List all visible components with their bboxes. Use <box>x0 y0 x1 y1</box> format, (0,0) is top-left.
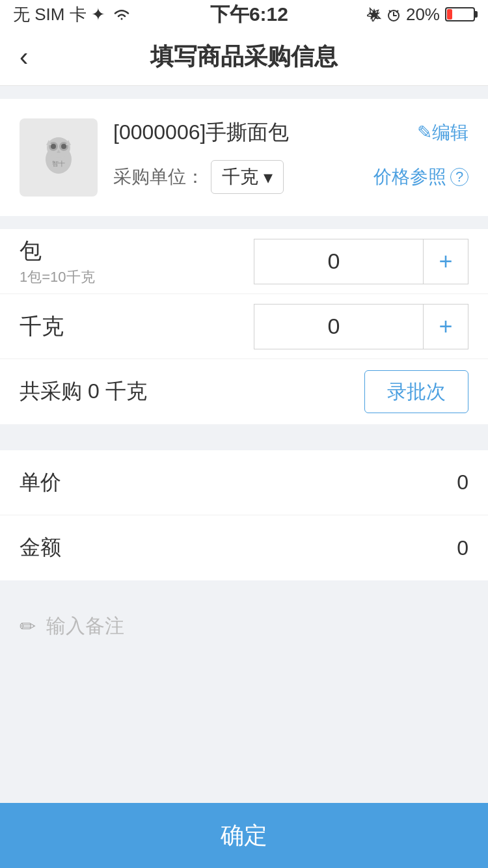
unit-price-label: 单价 <box>20 468 61 497</box>
kg-input-row: 千克 + <box>0 294 488 359</box>
sim-status: 无 SIM 卡 ✦ <box>13 3 105 26</box>
product-logo: 智十 <box>36 132 81 183</box>
section-divider-2 <box>0 424 488 437</box>
svg-point-9 <box>51 144 56 149</box>
section-divider-1 <box>0 216 488 229</box>
product-image: 智十 <box>20 118 98 197</box>
amount-row: 金额 0 <box>0 515 488 580</box>
bag-plus-button[interactable]: + <box>423 239 468 284</box>
bag-quantity-input[interactable] <box>254 239 423 284</box>
kg-plus-button[interactable]: + <box>423 304 468 349</box>
battery-icon <box>445 7 475 21</box>
alarm-icon <box>386 7 401 21</box>
bag-label-group: 包 1包=10千克 <box>20 236 98 287</box>
pencil-icon: ✏ <box>20 615 36 638</box>
unit-label: 采购单位： <box>113 165 204 189</box>
page-title: 填写商品采购信息 <box>150 41 338 73</box>
remark-placeholder: 输入备注 <box>46 613 124 640</box>
product-name-row: [0000006]手撕面包 ✎编辑 <box>113 118 468 147</box>
nav-bar: ‹ 填写商品采购信息 <box>0 29 488 86</box>
amount-label: 金额 <box>20 534 61 562</box>
bag-sublabel: 1包=10千克 <box>20 267 98 287</box>
batch-button[interactable]: 录批次 <box>364 370 468 413</box>
amount-value: 0 <box>457 536 468 560</box>
bag-input-row: 包 1包=10千克 + <box>0 229 488 294</box>
price-reference-button[interactable]: 价格参照 ? <box>373 165 468 189</box>
back-button[interactable]: ‹ <box>20 42 28 72</box>
confirm-button[interactable]: 确定 <box>0 803 488 868</box>
price-section: 单价 0 金额 0 <box>0 450 488 580</box>
battery-percent: 20% <box>406 5 440 25</box>
unit-arrow: ▾ <box>264 167 273 188</box>
product-card: 智十 [0000006]手撕面包 ✎编辑 采购单位： 千克 ▾ 价格参照 ? <box>0 99 488 216</box>
product-name: [0000006]手撕面包 <box>113 118 289 147</box>
unit-price-row: 单价 0 <box>0 450 488 515</box>
status-bar: 无 SIM 卡 ✦ 下午6:12 20% <box>0 0 488 29</box>
unit-value: 千克 <box>222 165 258 189</box>
kg-label: 千克 <box>20 312 98 342</box>
summary-text: 共采购 0 千克 <box>20 377 147 406</box>
price-ref-label: 价格参照 <box>373 165 446 189</box>
wifi-icon <box>112 7 131 21</box>
kg-input-right: + <box>98 304 468 349</box>
unit-select[interactable]: 千克 ▾ <box>211 160 284 194</box>
price-ref-help-icon: ? <box>450 168 468 186</box>
edit-button[interactable]: ✎编辑 <box>417 120 468 145</box>
summary-row: 共采购 0 千克 录批次 <box>0 359 488 424</box>
product-info: [0000006]手撕面包 ✎编辑 采购单位： 千克 ▾ 价格参照 ? <box>113 118 468 194</box>
svg-point-10 <box>61 144 66 149</box>
svg-text:智十: 智十 <box>52 160 65 167</box>
status-left: 无 SIM 卡 ✦ <box>13 3 131 26</box>
unit-price-value: 0 <box>457 470 468 495</box>
bag-label: 包 <box>20 236 98 266</box>
location-icon <box>367 7 381 21</box>
kg-quantity-input[interactable] <box>254 304 423 349</box>
kg-label-group: 千克 <box>20 312 98 342</box>
status-time: 下午6:12 <box>210 1 288 28</box>
purchase-unit-row: 采购单位： 千克 ▾ 价格参照 ? <box>113 160 468 194</box>
status-right: 20% <box>367 5 475 25</box>
remark-section[interactable]: ✏ 输入备注 <box>0 593 488 659</box>
bag-input-right: + <box>98 239 468 284</box>
quantity-input-section: 包 1包=10千克 + 千克 + <box>0 229 488 359</box>
